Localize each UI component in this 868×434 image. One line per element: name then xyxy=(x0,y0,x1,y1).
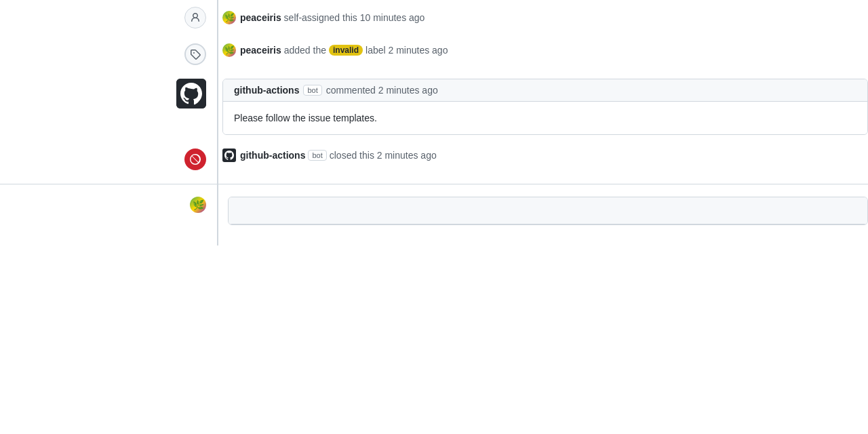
self-assigned-row: 🌿 peaceiris self-assigned this 10 minute… xyxy=(0,0,868,35)
label-icon-area xyxy=(0,43,217,65)
peaceiris-username-top[interactable]: peaceiris xyxy=(240,12,281,23)
bottom-partial-icon-area: 🌿 xyxy=(0,197,217,213)
peaceiris-avatar-bottom: 🌿 xyxy=(190,197,206,213)
github-actions-small-avatar xyxy=(222,149,236,162)
closed-icon-area xyxy=(0,149,217,170)
closed-content: github-actions bot closed this 2 minutes… xyxy=(217,149,868,162)
close-icon-circle xyxy=(184,149,206,170)
bot-badge-closed: bot xyxy=(308,150,326,161)
closed-text: github-actions bot closed this 2 minutes… xyxy=(240,150,437,161)
tag-icon xyxy=(190,49,201,60)
timeline: 🌿 peaceiris self-assigned this 10 minute… xyxy=(0,0,868,245)
peaceiris-username-label[interactable]: peaceiris xyxy=(240,45,281,56)
self-assigned-icon-area xyxy=(0,7,217,28)
closed-row: github-actions bot closed this 2 minutes… xyxy=(0,140,868,178)
comment-avatar-area xyxy=(0,79,217,108)
github-actions-avatar xyxy=(176,79,206,108)
circle-slash-icon xyxy=(190,154,201,165)
timeline-divider xyxy=(0,184,868,184)
person-icon-circle xyxy=(184,7,206,28)
comment-body: github-actions bot commented 2 minutes a… xyxy=(222,79,868,135)
github-actions-username-closed[interactable]: github-actions xyxy=(240,150,305,161)
octocat-large-icon xyxy=(176,79,206,108)
comment-text-body: Please follow the issue templates. xyxy=(223,102,867,134)
peaceiris-avatar-label: 🌿 xyxy=(222,43,236,57)
comment-time: commented 2 minutes ago xyxy=(326,85,438,96)
partial-comment-box xyxy=(228,197,868,225)
comment-block: github-actions bot commented 2 minutes a… xyxy=(0,73,868,140)
label-row: 🌿 peaceiris added the invalid label 2 mi… xyxy=(0,35,868,73)
tag-icon-circle xyxy=(184,43,206,65)
label-text: peaceiris added the invalid label 2 minu… xyxy=(240,45,448,56)
comment-username[interactable]: github-actions xyxy=(234,85,299,96)
bottom-partial-row: 🌿 xyxy=(0,190,868,232)
peaceiris-avatar-top: 🌿 xyxy=(222,11,236,24)
self-assigned-text: peaceiris self-assigned this 10 minutes … xyxy=(240,12,425,23)
self-assigned-content: 🌿 peaceiris self-assigned this 10 minute… xyxy=(217,11,868,24)
person-icon xyxy=(190,12,201,23)
label-content: 🌿 peaceiris added the invalid label 2 mi… xyxy=(217,43,868,57)
octocat-small-icon xyxy=(224,151,234,160)
comment-header: github-actions bot commented 2 minutes a… xyxy=(223,79,867,102)
partial-comment-header xyxy=(229,197,867,224)
bottom-partial-content xyxy=(217,197,868,225)
bot-badge: bot xyxy=(303,85,321,96)
invalid-label-badge[interactable]: invalid xyxy=(329,45,363,56)
